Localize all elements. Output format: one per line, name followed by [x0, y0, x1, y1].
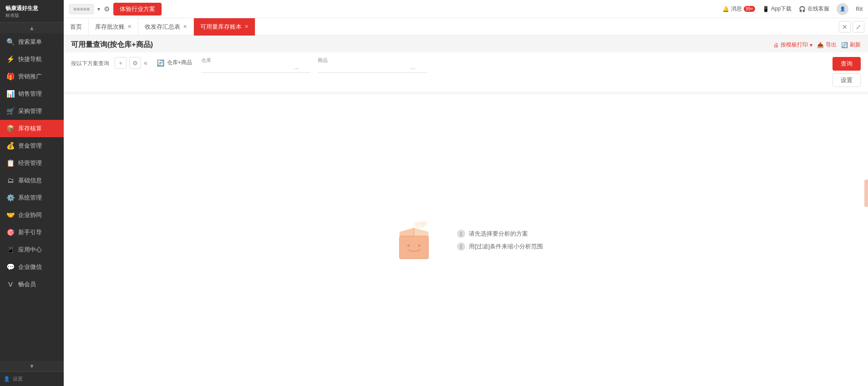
svg-marker-1: [400, 228, 414, 236]
tab-home-label: 首页: [70, 23, 82, 31]
tab-available-qty-label: 可用量库存账本: [200, 23, 242, 31]
sidebar-item-operations[interactable]: 📋 经营管理: [0, 154, 64, 172]
sidebar-item-enterprise-wechat[interactable]: 💬 企业微信: [0, 258, 64, 276]
goods-label: 商品: [318, 57, 427, 64]
svg-point-8: [421, 221, 428, 226]
avatar: 👤: [837, 3, 848, 15]
svg-point-9: [414, 222, 420, 226]
topbar-dropdown-icon[interactable]: ▾: [97, 6, 100, 12]
empty-area: 1 请先选择要分析的方案 2 用[过滤]条件来缩小分析范围: [64, 94, 868, 386]
filter-scheme-item[interactable]: 🔄 仓库+商品: [153, 57, 196, 68]
warehouse-input-container: ···: [201, 65, 310, 73]
breadcrumb-text: ■■■■■: [73, 6, 90, 12]
warehouse-field: 仓库 ···: [201, 57, 310, 73]
sidebar-item-shortcut[interactable]: ⚡ 快捷导航: [0, 51, 64, 68]
sidebar-item-label: 资金管理: [18, 142, 42, 150]
printer-icon: 🖨: [773, 42, 779, 48]
sidebar-item-enterprise[interactable]: 🤝 企业协同: [0, 206, 64, 224]
tab-home[interactable]: 首页: [64, 18, 89, 36]
clipboard-icon: 📋: [6, 159, 15, 167]
page-header-actions: 🖨 按模板打印 ▾ 📤 导出 🔄 刷新: [773, 41, 861, 49]
tab-batch-account-close[interactable]: ✕: [127, 24, 132, 30]
filter-scheme-label: 仓库+商品: [167, 59, 192, 67]
tab-expand-btn[interactable]: ⤢: [853, 21, 864, 33]
print-btn[interactable]: 🖨 按模板打印 ▾: [773, 41, 812, 49]
sidebar-footer[interactable]: 👤 设置: [0, 371, 64, 386]
sidebar-item-finance[interactable]: 💰 资金管理: [0, 137, 64, 154]
tabs-bar: 首页 库存批次账 ✕ 收发存汇总表 ✕ 可用量库存账本 ✕ ✕ ⤢: [64, 18, 868, 36]
main-area: ■■■■■ ▾ ⚙ 体验行业方案 🔔 消息 99+ 📱 App下载 🎧 在线客服…: [64, 0, 868, 386]
svg-point-6: [418, 244, 420, 247]
topbar-right: 🔔 消息 99+ 📱 App下载 🎧 在线客服 👤 Rit: [722, 3, 863, 15]
empty-tip-1: 1 请先选择要分析的方案: [457, 230, 543, 238]
online-service-btn[interactable]: 🎧 在线客服: [799, 5, 829, 13]
sidebar-footer-label: 设置: [13, 376, 23, 382]
trial-btn[interactable]: 体验行业方案: [113, 3, 162, 15]
cart-icon: 🛒: [6, 107, 15, 115]
sidebar-item-system[interactable]: ⚙️ 系统管理: [0, 189, 64, 206]
sidebar-item-label: 企业协同: [18, 211, 42, 219]
notice-btn[interactable]: 🔔 消息 99+: [722, 5, 755, 13]
sidebar-item-member[interactable]: V 畅会员: [0, 276, 64, 293]
sidebar-item-sales[interactable]: 📊 销售管理: [0, 85, 64, 103]
chart-icon: 📊: [6, 90, 15, 98]
filter-settings-btn[interactable]: ⚙: [129, 57, 141, 69]
tab-batch-account[interactable]: 库存批次账 ✕: [89, 18, 138, 36]
filter-collapse-btn[interactable]: «: [144, 59, 147, 67]
tab-recv-summary-close[interactable]: ✕: [183, 24, 187, 30]
sidebar-item-purchase[interactable]: 🛒 采购管理: [0, 103, 64, 120]
tab-available-qty-close[interactable]: ✕: [244, 24, 249, 30]
tab-recv-summary[interactable]: 收发存汇总表 ✕: [138, 18, 194, 36]
sidebar-item-label: 应用中心: [18, 246, 42, 254]
settings-btn[interactable]: 设置: [832, 73, 861, 87]
sidebar-item-label: 营销推广: [18, 72, 42, 81]
member-icon: V: [6, 280, 15, 288]
tab-available-qty[interactable]: 可用量库存账本 ✕: [194, 18, 255, 36]
sidebar-item-search[interactable]: 🔍 搜索菜单: [0, 33, 64, 51]
inventory-icon: 📦: [6, 124, 15, 133]
query-btn[interactable]: 查询: [832, 57, 861, 71]
tab-close-btn[interactable]: ✕: [839, 21, 851, 33]
refresh-btn[interactable]: 🔄 刷新: [841, 41, 861, 49]
sidebar-item-label: 新手引导: [18, 228, 42, 237]
sidebar-item-basic[interactable]: 🗂 基础信息: [0, 172, 64, 189]
sidebar-version: 标准版: [5, 12, 58, 19]
goods-input[interactable]: [318, 65, 409, 72]
sidebar-item-app-center[interactable]: 📱 应用中心: [0, 241, 64, 258]
filter-add-btn[interactable]: +: [115, 57, 127, 69]
empty-tips: 1 请先选择要分析的方案 2 用[过滤]条件来缩小分析范围: [457, 230, 543, 251]
app-icon: 📱: [6, 246, 15, 254]
goods-input-container: ···: [318, 65, 427, 73]
page-title: 可用量查询(按仓库+商品): [71, 40, 153, 50]
wechat-icon: 💬: [6, 263, 15, 271]
sidebar-item-label: 经营管理: [18, 159, 42, 167]
export-btn[interactable]: 📤 导出: [817, 41, 837, 49]
sidebar-item-label: 搜索菜单: [18, 38, 42, 46]
sidebar-footer-icon: 👤: [4, 376, 10, 382]
app-download-icon: 📱: [762, 6, 769, 12]
sidebar-scroll-up[interactable]: ▲: [0, 23, 64, 33]
print-btn-label: 按模板打印: [781, 41, 808, 49]
export-icon: 📤: [817, 42, 824, 48]
warehouse-input[interactable]: [201, 65, 292, 72]
filter-area: 按以下方案查询 + ⚙ « 🔄 仓库+商品 仓库 ···: [64, 52, 868, 92]
empty-content: 1 请先选择要分析的方案 2 用[过滤]条件来缩小分析范围: [389, 217, 543, 263]
topbar-gear-icon[interactable]: ⚙: [104, 5, 110, 13]
goods-more-btn[interactable]: ···: [411, 65, 415, 72]
sidebar: 畅康通好生意 标准版 ▲ 🔍 搜索菜单 ⚡ 快捷导航 🎁 营销推广 📊 销售管理…: [0, 0, 64, 386]
export-btn-label: 导出: [826, 41, 837, 49]
sidebar-item-inventory[interactable]: 📦 库存核算: [0, 120, 64, 137]
notice-label: 消息: [731, 5, 742, 13]
sidebar-item-newbie[interactable]: 🎯 新手引导: [0, 224, 64, 241]
sidebar-scroll-down[interactable]: ▼: [0, 361, 64, 371]
warehouse-more-btn[interactable]: ···: [294, 65, 299, 72]
page-header: 可用量查询(按仓库+商品) 🖨 按模板打印 ▾ 📤 导出 🔄 刷新: [64, 36, 868, 52]
app-download-btn[interactable]: 📱 App下载: [762, 5, 792, 13]
sidebar-item-label: 采购管理: [18, 107, 42, 115]
sidebar-item-marketing[interactable]: 🎁 营销推广: [0, 68, 64, 85]
target-icon: 🎯: [6, 228, 15, 237]
sidebar-nav: 🔍 搜索菜单 ⚡ 快捷导航 🎁 营销推广 📊 销售管理 🛒 采购管理 📦 库存核…: [0, 33, 64, 361]
tip-2-number: 2: [457, 242, 465, 251]
svg-rect-0: [400, 236, 429, 259]
search-icon: 🔍: [6, 38, 15, 46]
